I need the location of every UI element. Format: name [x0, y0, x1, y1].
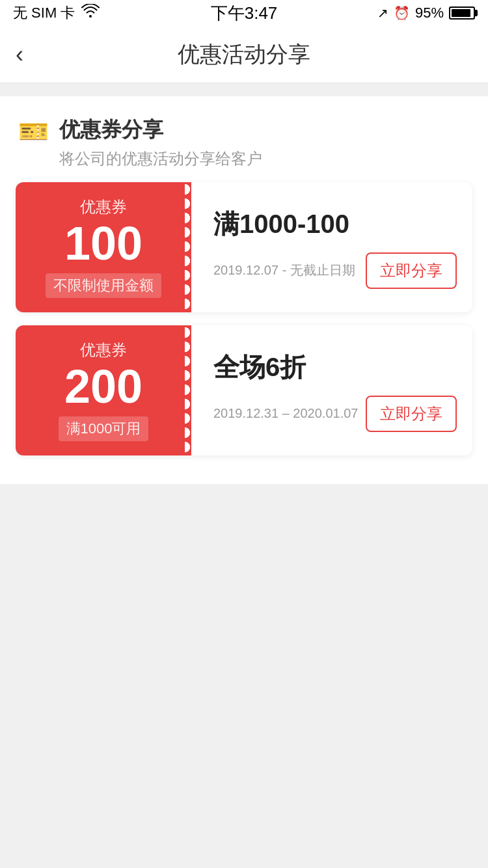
- coupon-label-2: 优惠券: [80, 340, 127, 360]
- wifi-icon: [81, 4, 100, 22]
- coupon-left-1: 优惠券 100 不限制使用金额: [16, 182, 191, 312]
- top-divider: [0, 83, 488, 96]
- share-button-2[interactable]: 立即分享: [366, 396, 457, 432]
- section-header: 🎫 优惠券分享 将公司的优惠活动分享给客户: [0, 96, 488, 182]
- battery-fill: [452, 9, 470, 17]
- coupon-amount-2: 200: [64, 363, 142, 410]
- coupon-list: 优惠券 100 不限制使用金额 满1000-100 2019.12.07 - 无…: [0, 182, 488, 484]
- coupon-label-1: 优惠券: [80, 197, 127, 217]
- coupon-date-2: 2019.12.31 – 2020.01.07: [213, 406, 358, 421]
- page-title: 优惠活动分享: [178, 40, 310, 70]
- section-text: 优惠券分享 将公司的优惠活动分享给客户: [59, 116, 262, 169]
- coupon-amount-1: 100: [64, 220, 142, 267]
- coupon-right-1: 满1000-100 2019.12.07 - 无截止日期 立即分享: [191, 182, 472, 312]
- bottom-area: [0, 484, 488, 868]
- battery-icon: [449, 7, 475, 20]
- alarm-icon: ⏰: [394, 5, 410, 21]
- carrier-text: 无 SIM 卡: [13, 3, 75, 23]
- nav-bar: ‹ 优惠活动分享: [0, 26, 488, 83]
- status-right: ↗ ⏰ 95%: [377, 5, 475, 21]
- status-bar: 无 SIM 卡 下午3:47 ↗ ⏰ 95%: [0, 0, 488, 26]
- coupon-condition-2: 满1000可用: [59, 416, 149, 441]
- coupon-condition-1: 不限制使用金额: [46, 273, 161, 298]
- coupon-name-1: 满1000-100: [213, 206, 457, 242]
- coupon-right-2: 全场6折 2019.12.31 – 2020.01.07 立即分享: [191, 325, 472, 455]
- back-button[interactable]: ‹: [16, 41, 23, 68]
- status-time: 下午3:47: [211, 2, 278, 25]
- location-icon: ↗: [377, 5, 388, 21]
- coupon-bottom-row-2: 2019.12.31 – 2020.01.07 立即分享: [213, 396, 457, 432]
- coupon-name-2: 全场6折: [213, 349, 457, 385]
- coupon-card-2: 优惠券 200 满1000可用 全场6折 2019.12.31 – 2020.0…: [16, 325, 472, 455]
- section-title: 优惠券分享: [59, 116, 262, 144]
- coupon-card-1: 优惠券 100 不限制使用金额 满1000-100 2019.12.07 - 无…: [16, 182, 472, 312]
- coupon-bottom-row-1: 2019.12.07 - 无截止日期 立即分享: [213, 252, 457, 289]
- share-button-1[interactable]: 立即分享: [366, 252, 457, 289]
- section-subtitle: 将公司的优惠活动分享给客户: [59, 148, 262, 169]
- battery-percent: 95%: [415, 5, 444, 21]
- coupon-left-2: 优惠券 200 满1000可用: [16, 325, 191, 455]
- section-icon: 🎫: [18, 117, 49, 146]
- status-left: 无 SIM 卡: [13, 3, 100, 23]
- coupon-date-1: 2019.12.07 - 无截止日期: [213, 262, 355, 279]
